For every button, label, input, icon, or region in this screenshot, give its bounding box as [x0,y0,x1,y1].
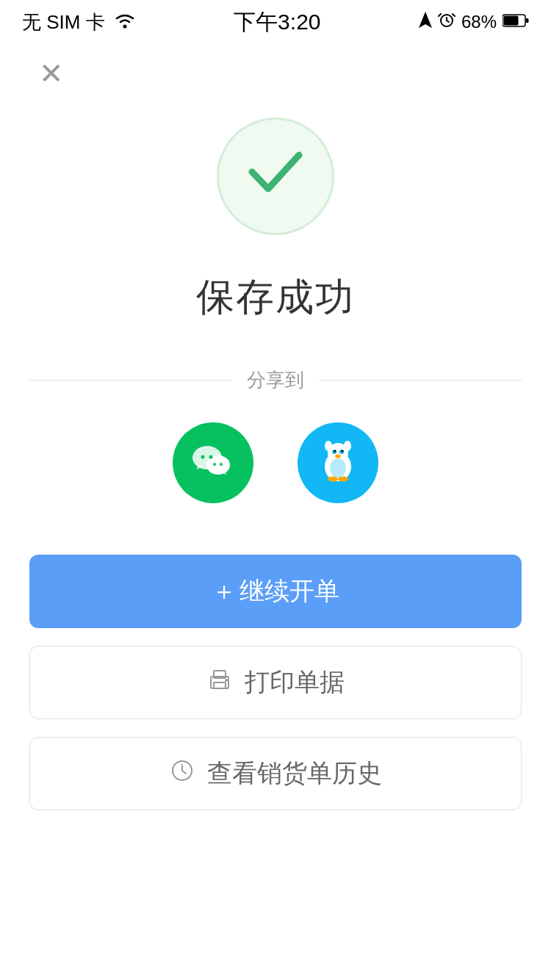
svg-point-26 [225,679,228,682]
svg-point-16 [342,450,344,453]
checkmark-icon [246,146,305,207]
svg-point-19 [328,477,338,482]
svg-point-18 [330,458,346,478]
success-indicator [217,118,334,235]
svg-point-9 [213,463,216,466]
svg-rect-25 [214,682,226,688]
wifi-icon [114,11,136,34]
status-left: 无 SIM 卡 [22,10,136,35]
alarm-icon [438,11,455,33]
qq-icon [315,440,361,486]
print-button[interactable]: 打印单据 [29,646,522,719]
svg-point-17 [335,455,341,458]
svg-point-22 [344,441,351,451]
location-icon [419,12,432,32]
share-divider: 分享到 [29,367,522,393]
clock-icon [169,757,195,790]
svg-point-20 [338,477,348,482]
status-right: 68% [419,11,529,33]
qq-share-button[interactable] [298,422,378,503]
wechat-share-button[interactable] [173,422,253,503]
sim-label: 无 SIM 卡 [22,10,105,35]
battery-icon [503,12,529,32]
svg-point-21 [325,441,332,451]
action-buttons: ＋ 继续开单 打印单据 查看销货单历史 [0,555,551,810]
continue-button[interactable]: ＋ 继续开单 [29,555,522,628]
share-icons-row [29,422,522,503]
svg-rect-3 [503,16,518,26]
svg-point-7 [201,455,205,459]
battery-percent: 68% [461,12,497,32]
history-label: 查看销货单历史 [207,757,382,790]
divider-right [319,380,522,381]
continue-label: 继续开单 [240,574,339,608]
plus-icon: ＋ [212,574,237,608]
svg-point-8 [209,455,213,459]
status-bar: 无 SIM 卡 下午3:20 68% [0,0,551,44]
main-content: 保存成功 分享到 [0,44,551,810]
status-time: 下午3:20 [234,7,320,37]
share-label: 分享到 [247,367,304,393]
close-icon: ✕ [39,59,64,88]
print-label: 打印单据 [245,666,345,699]
svg-point-15 [334,450,336,453]
success-title: 保存成功 [196,272,355,323]
svg-point-10 [220,463,223,466]
close-button[interactable]: ✕ [29,51,73,96]
wechat-icon [190,443,236,483]
divider-left [29,380,232,381]
svg-point-0 [123,24,126,28]
svg-rect-4 [525,18,528,23]
history-button[interactable]: 查看销货单历史 [29,737,522,810]
share-section: 分享到 [0,367,551,555]
printer-icon [206,666,233,699]
